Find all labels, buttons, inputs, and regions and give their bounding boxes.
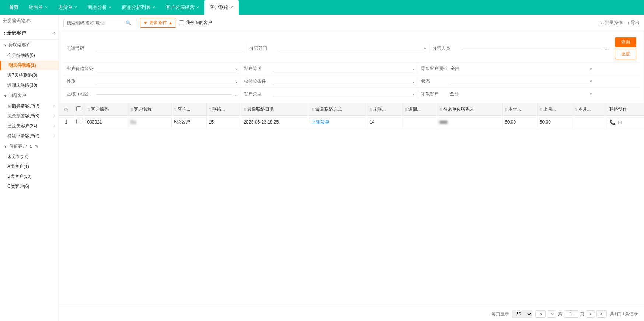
filter-value-retail-attr: 全部	[451, 66, 459, 72]
page-number-input[interactable]	[564, 310, 578, 318]
sidebar-item-class-a[interactable]: A类客户(1)	[0, 162, 59, 172]
sidebar-item-week[interactable]: 近7天待联络(0)	[0, 70, 59, 80]
filter-input-phone[interactable]	[95, 45, 243, 52]
filter-select-nature[interactable]: ∨	[95, 79, 238, 84]
filter-select-price-level[interactable]: ∨	[96, 66, 238, 72]
th-overdue[interactable]: ⇅ 逾期...	[402, 103, 437, 116]
filter-select-status[interactable]: ∨	[450, 79, 592, 84]
export-btn[interactable]: ↑ 导出	[627, 20, 640, 26]
sidebar-item-class-c[interactable]: C类客户(6)	[0, 182, 59, 191]
prev-page-btn[interactable]: <	[547, 310, 556, 318]
filter-dots-manager[interactable]: …	[605, 46, 609, 51]
nav-customer-tier-close[interactable]: ✕	[196, 5, 199, 10]
th-last-method[interactable]: ⇅ 最后联络方式	[309, 103, 367, 116]
sidebar-search-box[interactable]: 🔍	[0, 15, 59, 27]
nav-purchase[interactable]: 进货单 ✕	[53, 0, 83, 15]
sidebar-search-input[interactable]	[3, 18, 58, 23]
th-name[interactable]: ⇅ 客户名称	[128, 103, 172, 116]
sidebar-item-repurchase[interactable]: 回购异常客户(2) ?	[0, 101, 59, 111]
sidebar-item-tomorrow[interactable]: 明天待联络(1)	[0, 61, 59, 70]
filter-cell-region: 区域（地区） …	[64, 89, 241, 99]
help-icon-churn-warning[interactable]: ?	[53, 114, 55, 118]
select-all-checkbox[interactable]	[76, 106, 81, 111]
gear-settings-icon[interactable]: ⚙	[64, 107, 69, 113]
nav-goods-analysis-close[interactable]: ✕	[108, 5, 112, 10]
filter-label-retail-attr: 零散客户属性	[421, 66, 448, 72]
sidebar-item-declining[interactable]: 持续下滑客户(2) ?	[0, 131, 59, 141]
nav-customer-tier[interactable]: 客户分层经营 ✕	[161, 0, 204, 15]
sidebar-item-ungroup[interactable]: 未分组(32)	[0, 152, 59, 162]
help-icon-repurchase[interactable]: ?	[53, 104, 55, 108]
th-code[interactable]: ⇅ 客户编码	[85, 103, 128, 116]
sidebar-item-today[interactable]: 今天待联络(0)	[0, 51, 59, 61]
filter-select-manager[interactable]	[461, 48, 603, 49]
edit-icon[interactable]: ✎	[35, 144, 39, 149]
export-icon: ↑	[627, 20, 629, 25]
batch-ops-btn[interactable]: ☑ 批量操作	[599, 20, 623, 26]
sort-icon-contact: ⇅	[209, 108, 212, 111]
nav-goods-analysis[interactable]: 商品分析 ✕	[83, 0, 117, 15]
th-this-year[interactable]: ⇅ 本年...	[503, 103, 538, 116]
nav-home[interactable]: 首页	[4, 0, 24, 15]
th-last-month[interactable]: ⇅ 上月...	[537, 103, 572, 116]
filter-label-customer-level: 客户等级	[244, 66, 270, 72]
contact-person-blurred: ■■■	[440, 120, 448, 125]
filter-select-dept[interactable]: ∨	[278, 45, 426, 51]
nav-sales-close[interactable]: ✕	[45, 5, 48, 10]
sidebar-item-churn-warning[interactable]: 流失预警客户(3) ?	[0, 111, 59, 121]
first-page-btn[interactable]: |<	[535, 310, 546, 318]
refresh-icon[interactable]: ↻	[29, 144, 33, 149]
filter-select-region[interactable]	[96, 93, 232, 95]
chevron-down-icon-payment: ∨	[412, 79, 415, 83]
my-customers-checkbox[interactable]	[179, 20, 184, 25]
filter-select-retail-attr[interactable]: ∨	[589, 66, 592, 72]
nav-customer-contact-close[interactable]: ✕	[230, 5, 234, 10]
my-customers-checkbox-label[interactable]: 我分管的客户	[179, 20, 212, 26]
filter-select-customer-level[interactable]: ∨	[273, 66, 415, 72]
query-button[interactable]: 查询	[615, 37, 636, 47]
sidebar-item-class-b[interactable]: B类客户(33)	[0, 172, 59, 182]
chevron-down-icon-retail-customer: ∨	[589, 92, 592, 96]
sidebar-collapse-icon[interactable]: «	[52, 31, 55, 36]
sidebar-item-overdue[interactable]: 逾期未联络(30)	[0, 80, 59, 90]
filter-select-retail-customer[interactable]: ∨	[589, 91, 592, 97]
filter-cell-customer-level: 客户等级 ∨	[241, 64, 418, 73]
nav-purchase-close[interactable]: ✕	[74, 5, 77, 10]
chevron-down-icon-nature: ∨	[235, 79, 238, 83]
help-icon-declining[interactable]: ?	[53, 134, 55, 138]
grid-action-icon[interactable]: ⊞	[618, 119, 622, 125]
sidebar-all-customers[interactable]: :: 全部客户 «	[0, 27, 59, 40]
nav-goods-analysis-list[interactable]: 商品分析列表 ✕	[117, 0, 161, 15]
more-filter-btn[interactable]: ▼ 更多条件 ▲	[140, 18, 176, 28]
chevron-down-icon-price-level: ∨	[235, 67, 238, 71]
content-area: 🔍 ▼ 更多条件 ▲ 我分管的客户 ☑ 批量操作 ↑ 导出	[59, 15, 644, 321]
last-page-btn[interactable]: >|	[596, 310, 607, 318]
th-uncontacted[interactable]: ⇅ 未联...	[367, 103, 402, 116]
filter-select-payment[interactable]: ∨	[273, 79, 415, 84]
table-container: ⚙ ⇅ 客户编码 ⇅	[59, 103, 644, 307]
search-box[interactable]: 🔍	[63, 19, 137, 27]
filter-select-customer-type[interactable]: ∨	[273, 91, 415, 97]
next-page-btn[interactable]: >	[586, 310, 595, 318]
filter-dots-region[interactable]: …	[233, 92, 238, 97]
filter-row-1: 电话号码 分管部门 ∨ 分管人员 …	[64, 34, 639, 63]
last-contact-method-link[interactable]: 下销货单	[312, 119, 329, 124]
th-type[interactable]: ⇅ 客户...	[172, 103, 207, 116]
row-checkbox[interactable]	[76, 119, 81, 124]
th-contact-person[interactable]: ⇅ 往来单位联系人	[437, 103, 503, 116]
th-this-month[interactable]: ⇅ 本月...	[572, 103, 607, 116]
sidebar-item-churned[interactable]: 已流失客户(24) ?	[0, 121, 59, 131]
phone-action-icon[interactable]: 📞	[609, 119, 616, 125]
filter-label-phone: 电话号码	[67, 45, 92, 52]
nav-customer-contact[interactable]: 客户联络 ✕	[204, 0, 239, 15]
filter-row-4: 区域（地区） … 客户类型 ∨ 零散客户 全部	[64, 88, 639, 100]
help-icon-churned[interactable]: ?	[53, 124, 55, 128]
search-icon[interactable]: 🔍	[126, 20, 131, 25]
nav-sales[interactable]: 销售单 ✕	[24, 0, 53, 15]
nav-goods-analysis-list-close[interactable]: ✕	[152, 5, 155, 10]
th-last-date[interactable]: ⇅ 最后联络日期	[241, 103, 309, 116]
search-input[interactable]	[67, 20, 126, 25]
page-size-select[interactable]: 50 100 200	[512, 310, 532, 318]
set-button[interactable]: 设置	[615, 49, 636, 59]
th-contact-count[interactable]: ⇅ 联络...	[206, 103, 241, 116]
